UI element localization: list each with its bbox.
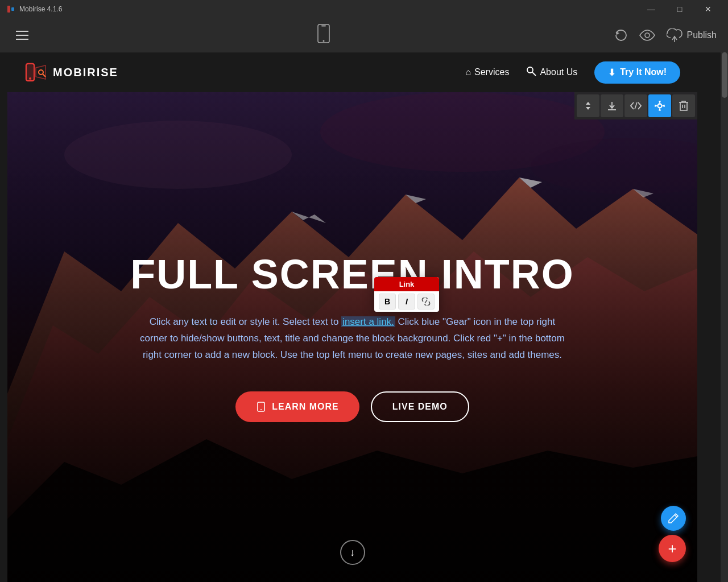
- svg-rect-0: [7, 6, 10, 13]
- hero-description[interactable]: Click any text to edit or style it. Sele…: [139, 314, 566, 364]
- toolbar-center: [311, 22, 337, 49]
- svg-point-31: [658, 104, 662, 108]
- home-icon: ⌂: [465, 67, 471, 77]
- maximize-button[interactable]: □: [667, 0, 693, 18]
- site-nav-links: ⌂ Services About Us ⬇ Try It Now!: [465, 61, 680, 84]
- title-bar-controls: — □ ✕: [638, 0, 721, 18]
- move-block-button[interactable]: [577, 94, 599, 117]
- hamburger-line-2: [16, 35, 28, 36]
- svg-rect-2: [318, 24, 329, 43]
- app-toolbar: Publish: [0, 18, 728, 52]
- svg-line-25: [532, 72, 536, 76]
- popup-link-header: Link: [374, 277, 439, 291]
- trash-icon: [679, 100, 689, 112]
- publish-button[interactable]: Publish: [667, 28, 717, 42]
- hero-content: FULL SCREEN INTRO Click any text to edit…: [7, 52, 697, 582]
- close-button[interactable]: ✕: [695, 0, 721, 18]
- phone-preview-button[interactable]: [311, 22, 337, 49]
- svg-point-27: [260, 409, 262, 410]
- hamburger-menu-button[interactable]: [11, 26, 33, 44]
- scrollbar-thumb[interactable]: [722, 52, 727, 98]
- learn-more-button[interactable]: LEARN MORE: [235, 391, 359, 422]
- save-icon: [607, 101, 617, 111]
- title-bar: Mobirise 4.1.6 — □ ✕: [0, 0, 728, 18]
- svg-point-24: [527, 67, 533, 73]
- svg-line-34: [675, 515, 677, 517]
- eye-icon: [639, 30, 655, 41]
- app-icon: [7, 5, 15, 13]
- logo-text: MOBIRISE: [53, 66, 118, 79]
- scroll-down-button[interactable]: ↓: [340, 540, 365, 565]
- code-icon: [630, 101, 642, 110]
- popup-tools: B I: [374, 291, 439, 312]
- hero-title[interactable]: FULL SCREEN INTRO: [130, 252, 574, 297]
- add-icon: +: [668, 540, 676, 558]
- svg-rect-3: [321, 25, 326, 26]
- phone-small-icon: [256, 402, 266, 412]
- chain-link-icon: [421, 298, 431, 306]
- pencil-icon: [668, 513, 679, 524]
- fab-edit-button[interactable]: [661, 506, 686, 531]
- title-bar-left: Mobirise 4.1.6: [7, 5, 62, 13]
- undo-icon: [614, 29, 628, 42]
- search-nav-icon: [526, 66, 536, 79]
- link-insert-button[interactable]: [417, 294, 435, 309]
- italic-icon: I: [406, 297, 408, 306]
- logo-icon: [24, 61, 47, 84]
- hero-buttons: LEARN MORE LIVE DEMO: [235, 391, 469, 422]
- cloud-upload-icon: [667, 28, 682, 42]
- hamburger-line-1: [16, 31, 28, 32]
- text-edit-popup: Link B I: [374, 277, 439, 312]
- svg-rect-1: [11, 7, 14, 11]
- phone-icon: [317, 24, 330, 43]
- settings-button[interactable]: [648, 94, 671, 117]
- nav-services[interactable]: ⌂ Services: [465, 67, 509, 77]
- minimize-button[interactable]: —: [638, 0, 664, 18]
- updown-icon: [583, 101, 593, 111]
- save-block-button[interactable]: [601, 94, 623, 117]
- publish-label: Publish: [687, 30, 717, 40]
- gear-icon: [654, 100, 665, 112]
- site-logo: MOBIRISE: [24, 61, 118, 84]
- italic-button[interactable]: I: [398, 294, 415, 309]
- toolbar-left: [11, 26, 33, 44]
- hamburger-line-3: [16, 39, 28, 40]
- svg-point-5: [645, 33, 650, 38]
- preview-button[interactable]: [639, 30, 655, 41]
- scrollbar[interactable]: [721, 52, 728, 582]
- bold-button[interactable]: B: [379, 294, 396, 309]
- link-text: insert a link.: [341, 316, 395, 327]
- toolbar-right: Publish: [614, 28, 717, 42]
- svg-point-22: [39, 70, 43, 75]
- svg-point-4: [322, 40, 324, 42]
- download-icon: ⬇: [608, 67, 615, 78]
- delete-block-button[interactable]: [672, 94, 695, 117]
- undo-button[interactable]: [614, 29, 628, 42]
- fab-add-button[interactable]: +: [659, 535, 686, 562]
- app-title: Mobirise 4.1.6: [19, 5, 62, 13]
- svg-line-29: [635, 102, 637, 109]
- svg-point-21: [29, 77, 31, 80]
- code-button[interactable]: [624, 94, 647, 117]
- live-demo-button[interactable]: LIVE DEMO: [371, 391, 469, 422]
- try-now-button[interactable]: ⬇ Try It Now!: [594, 61, 680, 84]
- preview-area: MOBIRISE ⌂ Services About Us: [7, 52, 697, 582]
- preview-wrapper: MOBIRISE ⌂ Services About Us: [0, 52, 728, 582]
- site-navigation: MOBIRISE ⌂ Services About Us: [7, 52, 697, 92]
- nav-about-us[interactable]: About Us: [526, 66, 577, 79]
- block-toolbar: [574, 92, 697, 119]
